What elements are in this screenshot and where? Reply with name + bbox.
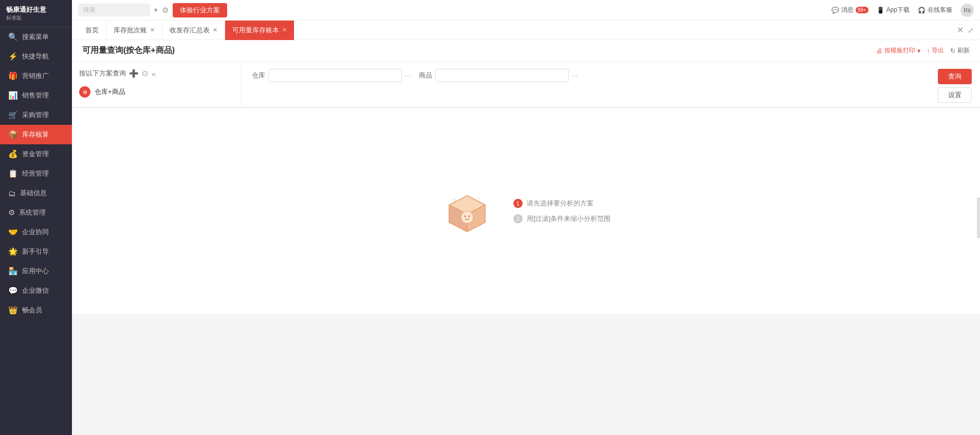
- tab-available-ledger[interactable]: 可用量库存账本 ✕: [225, 21, 294, 40]
- svg-point-5: [464, 216, 466, 217]
- page-title-actions: 🖨 按模板打印 ▾ ↑ 导出 ↻ 刷新: [876, 46, 970, 55]
- member-icon: 👑: [8, 306, 18, 315]
- product-input[interactable]: [435, 69, 569, 82]
- filter-area: 仓库 ··· 商品 ···: [242, 62, 938, 89]
- sidebar-item-member[interactable]: 👑 畅会员: [0, 300, 72, 320]
- online-service-button[interactable]: 🎧 在线客服: [918, 6, 952, 14]
- finance-icon: 💰: [8, 149, 18, 159]
- svg-point-4: [461, 211, 473, 223]
- sidebar-item-label: 基础信息: [20, 188, 47, 198]
- tab-close-icon[interactable]: ✕: [150, 27, 155, 33]
- settings-button[interactable]: 设置: [938, 87, 972, 103]
- tip-number-1: 1: [513, 199, 523, 208]
- tab-close-icon[interactable]: ✕: [282, 27, 287, 33]
- warehouse-more-icon[interactable]: ···: [405, 72, 411, 80]
- wechat-icon: 💬: [8, 286, 18, 295]
- sidebar-item-basic[interactable]: 🗂 基础信息: [0, 183, 72, 203]
- sidebar-item-label: 销售管理: [22, 91, 49, 100]
- purchase-icon: 🛒: [8, 110, 18, 120]
- warehouse-label: 仓库: [252, 71, 265, 80]
- empty-illustration: ? ? ?: [441, 185, 493, 237]
- product-label: 商品: [419, 71, 432, 80]
- tab-receipt-summary[interactable]: 收发存汇总表 ✕: [162, 21, 225, 40]
- sidebar: 畅康通好生意 标准版 🔍 搜索菜单 ⚡ 快捷导航 🎁 营销推广 📊 销售管理 🛒…: [0, 0, 72, 435]
- sidebar-item-app[interactable]: 🏪 应用中心: [0, 261, 72, 281]
- sidebar-item-label: 搜索菜单: [22, 32, 49, 42]
- trial-button[interactable]: 体验行业方案: [173, 3, 227, 17]
- dropdown-arrow-icon[interactable]: ▾: [917, 47, 920, 54]
- search-box[interactable]: 搜索: [78, 4, 150, 16]
- app-download-label: App下载: [886, 6, 910, 14]
- product-more-icon[interactable]: ···: [572, 72, 578, 80]
- product-filter-group: 商品 ···: [419, 69, 578, 82]
- sidebar-item-operation[interactable]: 📋 经营管理: [0, 164, 72, 183]
- tabs-bar: 首页 库存批次账 ✕ 收发存汇总表 ✕ 可用量库存账本 ✕ ✕ ⤢: [72, 21, 980, 40]
- online-service-label: 在线客服: [928, 6, 952, 14]
- scheme-item-warehouse-product[interactable]: ⊕ 仓库+商品: [72, 82, 241, 102]
- sidebar-item-shortcut[interactable]: ⚡ 快捷导航: [0, 47, 72, 66]
- app-download-button[interactable]: 📱 App下载: [877, 6, 910, 14]
- basic-icon: 🗂: [8, 189, 16, 198]
- empty-state: ? ? ? 1 请先选择要分析的方案 2 用[过滤]条件来缩小分析范围: [72, 108, 980, 314]
- window-close-icon[interactable]: ✕: [957, 25, 964, 35]
- sidebar-item-search[interactable]: 🔍 搜索菜单: [0, 27, 72, 47]
- brand-sub: 标准版: [6, 14, 66, 22]
- gear-icon[interactable]: ⚙: [162, 6, 169, 15]
- warehouse-filter-group: 仓库 ···: [252, 69, 411, 82]
- message-badge: 99+: [856, 7, 868, 13]
- tabs-bar-actions: ✕ ⤢: [957, 25, 974, 35]
- page-content: 可用量查询(按仓库+商品) 🖨 按模板打印 ▾ ↑ 导出 ↻ 刷新: [72, 40, 980, 435]
- tip-item-1: 1 请先选择要分析的方案: [513, 199, 611, 208]
- sidebar-item-inventory[interactable]: 📦 库存核算: [0, 125, 72, 144]
- phone-icon: 📱: [877, 7, 884, 14]
- tab-batch-account[interactable]: 库存批次账 ✕: [106, 21, 162, 40]
- empty-state-content: ? ? ? 1 请先选择要分析的方案 2 用[过滤]条件来缩小分析范围: [441, 185, 611, 237]
- user-avatar[interactable]: Rit: [960, 4, 974, 17]
- shortcut-icon: ⚡: [8, 52, 18, 61]
- sidebar-item-label: 系统管理: [19, 208, 46, 217]
- top-header-right: 💬 消息 99+ 📱 App下载 🎧 在线客服 Rit: [831, 4, 974, 17]
- scroll-indicator: [977, 197, 980, 238]
- export-icon: ↑: [927, 47, 930, 54]
- export-button[interactable]: ↑ 导出: [927, 46, 944, 55]
- add-scheme-icon[interactable]: ➕: [129, 69, 139, 78]
- settings-scheme-icon[interactable]: ⊙: [142, 69, 149, 78]
- tab-close-icon[interactable]: ✕: [213, 27, 217, 33]
- query-button[interactable]: 查询: [938, 69, 972, 84]
- message-button[interactable]: 💬 消息 99+: [831, 6, 868, 14]
- sidebar-item-wechat[interactable]: 💬 企业微信: [0, 281, 72, 300]
- scheme-header: 按以下方案查询 ➕ ⊙ «: [72, 67, 241, 82]
- print-label: 按模板打印: [884, 46, 915, 55]
- sidebar-item-label: 新手引导: [22, 247, 49, 256]
- warehouse-input[interactable]: [268, 69, 402, 82]
- dropdown-arrow-icon[interactable]: ▾: [154, 6, 158, 14]
- sidebar-item-purchase[interactable]: 🛒 采购管理: [0, 105, 72, 125]
- message-icon: 💬: [831, 7, 839, 14]
- tab-home[interactable]: 首页: [78, 21, 106, 40]
- sidebar-item-system[interactable]: ⚙ 系统管理: [0, 203, 72, 222]
- print-icon: 🖨: [876, 47, 882, 54]
- brand-name: 畅康通好生意: [6, 5, 66, 14]
- expand-icon[interactable]: ⤢: [968, 26, 974, 34]
- svg-text:?: ?: [480, 210, 483, 215]
- scheme-header-label: 按以下方案查询: [79, 69, 126, 78]
- sidebar-item-guide[interactable]: 🌟 新手引导: [0, 242, 72, 261]
- operation-icon: 📋: [8, 169, 18, 178]
- svg-text:?: ?: [477, 197, 480, 202]
- search-icon: 🔍: [8, 32, 18, 42]
- refresh-button[interactable]: ↻ 刷新: [950, 46, 970, 55]
- tip-number-2: 2: [513, 214, 523, 223]
- collapse-scheme-icon[interactable]: «: [152, 69, 156, 78]
- sidebar-item-label: 资金管理: [22, 149, 49, 159]
- print-button[interactable]: 🖨 按模板打印 ▾: [876, 46, 920, 55]
- sidebar-item-cooperation[interactable]: 🤝 企业协同: [0, 222, 72, 242]
- sidebar-item-label: 经营管理: [22, 169, 49, 178]
- empty-box-svg: ? ? ?: [441, 185, 493, 237]
- sidebar-item-sales[interactable]: 📊 销售管理: [0, 86, 72, 105]
- sidebar-item-label: 快捷导航: [22, 52, 49, 61]
- tab-label: 可用量库存账本: [232, 26, 279, 35]
- tip-text-1: 请先选择要分析的方案: [527, 199, 594, 208]
- sidebar-item-finance[interactable]: 💰 资金管理: [0, 144, 72, 164]
- sidebar-header: 畅康通好生意 标准版: [0, 0, 72, 27]
- sidebar-item-marketing[interactable]: 🎁 营销推广: [0, 66, 72, 86]
